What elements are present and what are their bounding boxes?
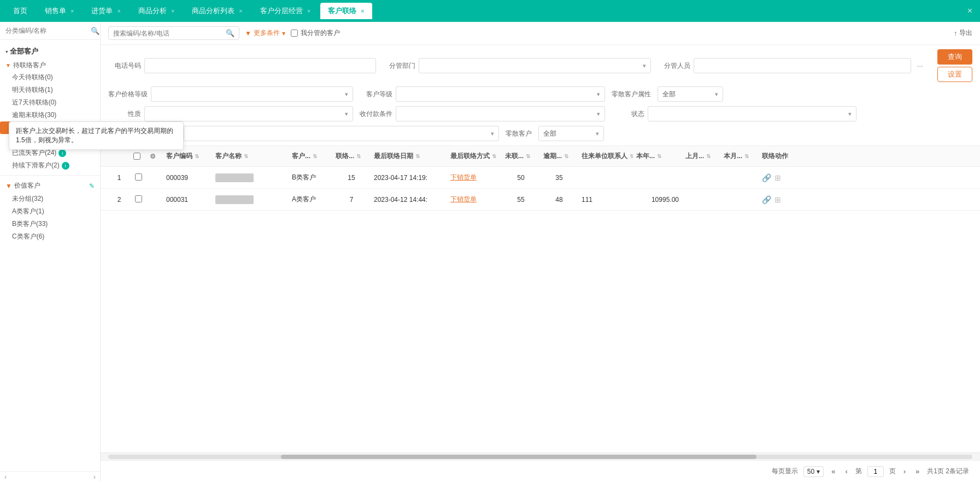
row2-code: 000031 <box>163 196 212 204</box>
sort-thisyear-icon[interactable]: ⇅ <box>657 153 661 159</box>
sidebar-item-a-class[interactable]: A类客户(1) <box>0 205 100 218</box>
filter-icon: ▼ <box>245 30 251 37</box>
row2-action-icon1[interactable]: 🔗 <box>762 195 771 204</box>
sort-lastway-icon[interactable]: ⇅ <box>492 153 496 159</box>
filter-customer-type-select[interactable]: ▾ <box>184 126 499 141</box>
filter-scatter-select[interactable]: 全部 ▾ <box>538 126 604 141</box>
chevron-down-icon: ▾ <box>345 91 348 98</box>
my-customers-checkbox[interactable] <box>291 30 298 37</box>
table-body: 1 000039 B类客户 15 2023-04-17 14:19: 下销货单 … <box>101 167 980 452</box>
row2-unreached: 55 <box>502 196 540 204</box>
filter-scatter-attr-select[interactable]: 全部 ▾ <box>658 86 723 102</box>
filter-status-field: 状态 ▾ <box>612 106 856 121</box>
gear-icon[interactable]: ⚙ <box>150 153 156 160</box>
sidebar-root-item[interactable]: ▪ 全部客户 <box>0 44 100 59</box>
filter-status-select[interactable]: ▾ <box>648 106 856 121</box>
filter-person-select[interactable] <box>694 58 912 73</box>
sidebar-item-ungroup[interactable]: 未分组(32) <box>0 193 100 205</box>
search-input[interactable] <box>113 30 222 37</box>
export-button[interactable]: ↑ 导出 <box>954 28 972 38</box>
search-button[interactable]: 🔍 <box>226 29 234 37</box>
settings-button[interactable]: 设置 <box>937 67 972 82</box>
th-lastmonth: 上月... ⇅ <box>682 152 720 161</box>
more-options-button[interactable]: ··· <box>914 61 925 70</box>
row1-lastway[interactable]: 下销货单 <box>447 173 502 182</box>
filter-actions: 查询 设置 <box>937 49 972 82</box>
close-all-tabs[interactable]: × <box>967 6 972 16</box>
filter-person-label: 分管人员 <box>658 61 690 71</box>
sort-code-icon[interactable]: ⇅ <box>195 153 199 159</box>
sidebar-right-arrow[interactable]: › <box>93 473 96 481</box>
filter-customer-level-select[interactable]: ▾ <box>396 86 605 102</box>
close-sales-tab[interactable]: × <box>71 8 74 14</box>
sidebar-left-arrow[interactable]: ‹ <box>4 473 7 481</box>
filter-phone-input[interactable] <box>144 58 376 73</box>
sidebar-item-declining[interactable]: 持续下滑客户(2) i <box>0 159 100 172</box>
sidebar-item-c-class[interactable]: C类客户(6) <box>0 230 100 243</box>
sidebar-item-overdue[interactable]: 逾期未联络(30) <box>0 109 100 121</box>
sidebar-search-input[interactable] <box>5 27 87 34</box>
filter-dept-select[interactable]: ▾ <box>419 58 650 73</box>
row2-name <box>212 195 289 204</box>
sidebar-search-icon[interactable]: 🔍 <box>91 27 99 35</box>
row2-check[interactable] <box>130 195 146 204</box>
row2-checkbox[interactable] <box>135 195 142 202</box>
filter-nature-select[interactable]: ▾ <box>144 106 353 121</box>
declining-info-icon: i <box>62 162 69 170</box>
tab-product-analysis[interactable]: 商品分析 × <box>131 3 182 19</box>
filter-payment-select[interactable]: ▾ <box>396 106 605 121</box>
edit-value-section-icon[interactable]: ✎ <box>89 182 95 190</box>
prev-page-button[interactable]: ‹ <box>843 466 849 477</box>
close-analysis-tab[interactable]: × <box>171 8 174 14</box>
row1-action-icon2[interactable]: ⊞ <box>774 173 781 182</box>
tab-product-list[interactable]: 商品分析列表 × <box>184 3 250 19</box>
filter-dept-label: 分管部门 <box>383 61 415 71</box>
tab-sales[interactable]: 销售单 × <box>37 3 81 19</box>
sort-lastmonth-icon[interactable]: ⇅ <box>706 153 711 159</box>
sort-lastdate-icon[interactable]: ⇅ <box>415 153 420 159</box>
sort-name-icon[interactable]: ⇅ <box>244 153 248 159</box>
sidebar-item-tomorrow[interactable]: 明天待联络(1) <box>0 84 100 96</box>
tab-home[interactable]: 首页 <box>5 3 35 19</box>
select-all-checkbox[interactable] <box>133 153 140 160</box>
sidebar-item-7days[interactable]: 近7天待联络(0) <box>0 96 100 109</box>
th-gear[interactable]: ⚙ <box>146 153 163 160</box>
sort-unreached-icon[interactable]: ⇅ <box>526 153 530 159</box>
first-page-button[interactable]: « <box>829 466 837 477</box>
page-number-input[interactable] <box>867 466 884 477</box>
horizontal-scrollbar[interactable] <box>108 455 972 459</box>
tab-purchase[interactable]: 进货单 × <box>84 3 128 19</box>
filter-payment-field: 收付款条件 ▾ <box>360 106 605 121</box>
sort-overdue-icon[interactable]: ⇅ <box>564 153 568 159</box>
row2-lastway[interactable]: 下销货单 <box>447 195 502 204</box>
filter-scatter-attr-field: 零散客户属性 全部 ▾ <box>612 86 856 102</box>
close-segment-tab[interactable]: × <box>307 8 310 14</box>
more-conditions-button[interactable]: ▼ 更多条件 ▾ <box>245 28 285 38</box>
sort-level-icon[interactable]: ⇅ <box>313 153 317 159</box>
sort-thismonth-icon[interactable]: ⇅ <box>744 153 749 159</box>
row2-action-icon2[interactable]: ⊞ <box>774 195 781 204</box>
lost-info-icon: i <box>58 149 66 157</box>
per-page-select[interactable]: 50 ▾ <box>803 466 824 477</box>
row1-checkbox[interactable] <box>135 173 142 181</box>
th-check <box>130 153 146 160</box>
filter-customer-type-field: 客户类型 ▾ <box>148 126 499 141</box>
th-thisyear: 本年... ⇅ <box>633 152 682 161</box>
close-list-tab[interactable]: × <box>239 8 242 14</box>
scrollbar-thumb[interactable] <box>281 455 756 459</box>
next-page-button[interactable]: › <box>901 466 908 477</box>
sidebar-section-pending[interactable]: ▼ 待联络客户 <box>0 59 100 71</box>
tab-customer-contact[interactable]: 客户联络 × <box>320 3 372 19</box>
query-button[interactable]: 查询 <box>937 49 972 65</box>
row1-action-icon1[interactable]: 🔗 <box>762 173 771 182</box>
sidebar-value-section[interactable]: ▼ 价值客户 ✎ <box>0 179 100 193</box>
close-contact-tab[interactable]: × <box>361 8 364 14</box>
row1-check[interactable] <box>130 173 146 182</box>
close-purchase-tab[interactable]: × <box>117 8 120 14</box>
filter-price-level-select[interactable]: ▾ <box>151 86 353 102</box>
tab-customer-segment[interactable]: 客户分层经营 × <box>253 3 318 19</box>
sidebar-item-b-class[interactable]: B类客户(33) <box>0 218 100 230</box>
sort-contact-icon[interactable]: ⇅ <box>356 153 361 159</box>
sidebar-item-today[interactable]: 今天待联络(0) <box>0 71 100 84</box>
last-page-button[interactable]: » <box>913 466 922 477</box>
